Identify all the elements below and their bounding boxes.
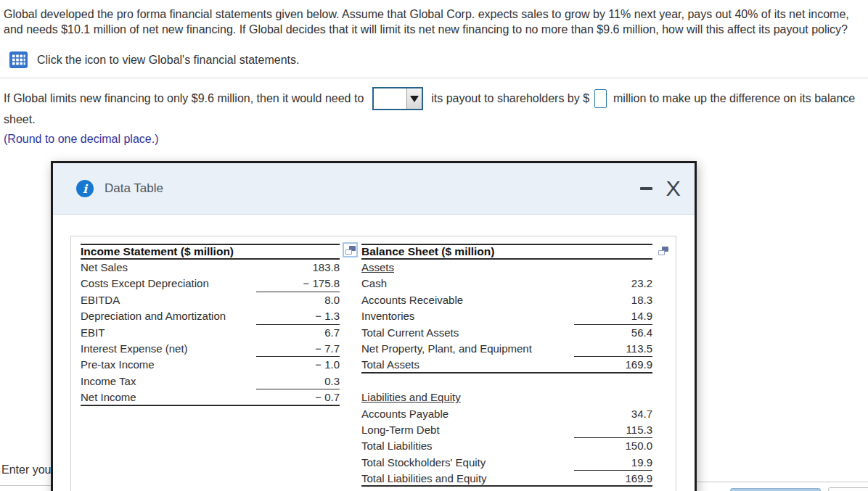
partial-secondary-button[interactable]	[828, 487, 868, 491]
partial-primary-button[interactable]	[730, 488, 821, 491]
row-label: Cash	[361, 276, 574, 292]
row-label: Net Property, Plant, and Equipment	[361, 341, 574, 357]
table-row: Depreciation and Amortization− 1.3	[81, 308, 340, 324]
row-label: Total Current Assets	[361, 325, 574, 341]
icon-instruction-row: Click the icon to view Global's financia…	[9, 51, 868, 68]
row-value: 115.3	[574, 422, 652, 438]
table-row: Pre-tax Income− 1.0	[81, 357, 340, 373]
table-row: Total Stockholders' Equity19.9	[361, 455, 652, 471]
row-label	[361, 374, 574, 389]
info-icon: i	[76, 180, 94, 197]
row-value: 0.3	[256, 374, 340, 389]
overlapping-windows-icon	[345, 246, 356, 255]
row-label: Accounts Payable	[361, 406, 574, 422]
answer-sentence: If Global limits new financing to only $…	[0, 78, 868, 128]
window-controls: X	[640, 179, 680, 198]
row-label: Total Liabilities and Equity	[361, 471, 574, 485]
row-label: Net Sales	[81, 260, 256, 276]
row-value: − 1.0	[256, 357, 340, 373]
table-row: Accounts Payable34.7	[361, 406, 652, 422]
row-value: − 0.7	[256, 389, 340, 404]
dropdown-arrow-button[interactable]	[406, 88, 422, 109]
row-value: 169.9	[574, 357, 652, 371]
close-icon[interactable]: X	[666, 179, 680, 198]
table-row: EBITDA8.0	[81, 292, 340, 308]
table-row: Accounts Receivable18.3	[361, 292, 652, 308]
row-label: Net Income	[81, 389, 256, 404]
row-value: 14.9	[574, 308, 652, 324]
row-value	[574, 260, 652, 276]
section-label: Liabilities and Equity	[361, 389, 574, 405]
answer-text-pre: If Global limits new financing to only $…	[4, 92, 364, 104]
row-label: Pre-tax Income	[81, 357, 256, 373]
table-row: Interest Expense (net)− 7.7	[81, 341, 340, 357]
row-label: Total Liabilities	[361, 438, 574, 454]
row-value: 34.7	[574, 406, 652, 422]
table-row: Inventories14.9	[361, 308, 652, 324]
enter-answer-partial-text: Enter you	[1, 463, 51, 476]
copy-table-icon[interactable]	[343, 242, 358, 257]
screen: Global developed the pro forma financial…	[0, 0, 868, 491]
minimize-icon[interactable]	[640, 187, 652, 190]
income-statement-table: Income Statement ($ million) Net Sales18…	[81, 244, 340, 406]
balance-sheet-table: Balance Sheet ($ million) AssetsCash23.2…	[361, 244, 652, 487]
row-value: − 175.8	[256, 276, 340, 292]
income-statement-title: Income Statement ($ million)	[81, 244, 340, 260]
table-row: Costs Except Depreciation− 175.8	[81, 276, 340, 292]
table-row: Net Income− 0.7	[81, 389, 340, 405]
row-value: 8.0	[256, 292, 340, 308]
table-row: Total Assets169.9	[361, 357, 652, 373]
row-value: 18.3	[574, 292, 652, 308]
row-value: 23.2	[574, 276, 652, 292]
table-row: Liabilities and Equity	[361, 389, 652, 405]
table-row: Assets	[361, 260, 652, 276]
row-value: 150.0	[574, 438, 652, 454]
row-label: Interest Expense (net)	[81, 341, 256, 357]
row-value	[574, 389, 652, 405]
row-value: 56.4	[574, 325, 652, 341]
dropdown-selected-value	[374, 88, 406, 109]
payout-amount-input[interactable]	[594, 89, 607, 108]
row-value: 6.7	[256, 325, 340, 341]
table-row: EBIT6.7	[81, 325, 340, 341]
row-value: 169.9	[574, 471, 652, 485]
payout-action-dropdown[interactable]	[372, 87, 423, 110]
copy-table-icon[interactable]	[656, 244, 671, 257]
icon-instruction-text: Click the icon to view Global's financia…	[37, 54, 299, 67]
data-table-dialog: i Data Table X Income Statement ($ milli…	[51, 161, 697, 491]
table-row: Long-Term Debt115.3	[361, 422, 652, 438]
table-spacer-row	[361, 374, 652, 389]
row-label: Inventories	[361, 308, 574, 324]
overlapping-windows-icon	[658, 247, 668, 255]
table-row: Income Tax0.3	[81, 374, 340, 389]
row-value: 183.8	[256, 260, 340, 276]
row-value: 19.9	[574, 455, 652, 471]
row-value: 113.5	[574, 341, 652, 357]
balance-sheet-title: Balance Sheet ($ million)	[361, 244, 652, 260]
financial-statements-table-icon[interactable]	[9, 51, 28, 68]
row-label: Depreciation and Amortization	[81, 308, 256, 324]
table-row: Total Liabilities and Equity169.9	[361, 471, 652, 487]
answer-area-border-left	[0, 485, 51, 486]
rounding-instruction: (Round to one decimal place.)	[0, 128, 868, 146]
row-label: Total Assets	[361, 357, 574, 371]
row-label: Accounts Receivable	[361, 292, 574, 308]
table-row: Net Sales183.8	[81, 260, 340, 276]
row-label: Costs Except Depreciation	[81, 276, 256, 292]
row-value	[574, 374, 652, 389]
row-value: − 1.3	[256, 308, 340, 324]
answer-area-border-right	[697, 482, 868, 482]
dialog-body: Income Statement ($ million) Net Sales18…	[53, 215, 695, 491]
dialog-title: Data Table	[105, 181, 640, 196]
row-label: Income Tax	[81, 374, 256, 389]
tables-panel: Income Statement ($ million) Net Sales18…	[70, 236, 676, 491]
section-label: Assets	[361, 260, 574, 276]
chevron-down-icon	[410, 96, 419, 102]
row-label: EBIT	[81, 325, 256, 341]
table-row: Total Liabilities150.0	[361, 438, 652, 454]
row-value: − 7.7	[256, 341, 340, 357]
answer-text-mid: its payout to shareholders by $	[431, 92, 589, 104]
table-row: Net Property, Plant, and Equipment113.5	[361, 341, 652, 357]
row-label: Long-Term Debt	[361, 422, 574, 438]
dialog-header: i Data Table X	[53, 163, 695, 215]
